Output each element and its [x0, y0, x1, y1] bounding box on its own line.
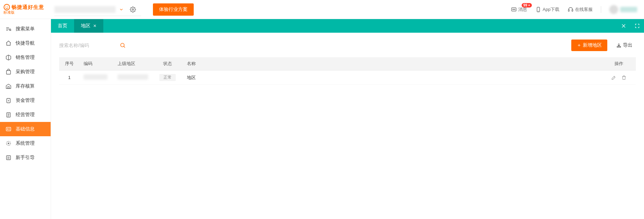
online-service-label: 在线客服	[575, 6, 593, 13]
card-icon	[5, 126, 12, 132]
headset-icon	[568, 6, 574, 13]
plus-icon: ＋	[577, 42, 581, 48]
sidebar-item-inventory[interactable]: 库存核算	[0, 79, 51, 93]
cell-seq: 1	[59, 71, 80, 85]
svg-point-2	[7, 6, 8, 6]
th-seq: 序号	[59, 57, 80, 71]
sidebar-item-label: 经营管理	[16, 112, 35, 118]
avatar	[609, 5, 618, 14]
sidebar-item-search-menu[interactable]: 搜索菜单	[0, 22, 51, 36]
svg-point-0	[4, 4, 10, 10]
cell-name: 地区	[183, 71, 602, 85]
sidebar-item-finance[interactable]: ¥ 资金管理	[0, 93, 51, 108]
sidebar-item-basic-info[interactable]: 基础信息	[0, 122, 51, 136]
svg-rect-10	[568, 10, 569, 11]
money-icon: ¥	[5, 97, 12, 104]
gear-icon[interactable]	[130, 6, 136, 13]
table-row[interactable]: 1 正常 地区	[59, 71, 636, 85]
svg-point-15	[9, 29, 11, 31]
svg-point-7	[515, 9, 515, 10]
clipboard-icon	[5, 112, 12, 118]
search-box	[59, 41, 130, 50]
svg-point-36	[121, 43, 124, 47]
sidebar-item-business[interactable]: 经营管理	[0, 108, 51, 122]
sidebar-item-guide[interactable]: 新 新手引导	[0, 151, 51, 165]
home-icon	[5, 40, 12, 46]
cell-parent	[114, 71, 152, 85]
sidebar-item-label: 资金管理	[16, 97, 35, 104]
sidebar-item-label: 系统管理	[16, 140, 35, 146]
svg-text:¥: ¥	[8, 99, 10, 102]
add-region-button[interactable]: ＋ 新增地区	[571, 40, 607, 51]
phone-icon	[535, 6, 541, 13]
svg-rect-19	[8, 87, 10, 89]
cell-status: 正常	[152, 71, 183, 85]
company-name	[54, 6, 116, 13]
search-icon[interactable]	[120, 42, 126, 48]
edit-icon[interactable]	[611, 75, 616, 80]
logo-icon	[3, 4, 10, 11]
svg-point-5	[512, 9, 513, 10]
region-table: 序号 编码 上级地区 状态 名称 操作 1 正常 地区	[59, 57, 636, 85]
sidebar-item-label: 库存核算	[16, 83, 35, 89]
messages-button[interactable]: 消息 99 +	[511, 6, 527, 13]
svg-point-31	[8, 143, 9, 144]
sidebar-item-quick-nav[interactable]: 快捷导航	[0, 36, 51, 50]
sidebar-item-purchase[interactable]: 采购管理	[0, 65, 51, 79]
close-icon[interactable]: ✕	[93, 24, 97, 28]
company-selector[interactable]	[51, 0, 139, 19]
sidebar-item-label: 搜索菜单	[16, 26, 35, 32]
chevron-down-icon	[119, 7, 124, 12]
tab-label: 首页	[58, 23, 67, 29]
user-name	[620, 7, 637, 12]
sidebar-item-label: 快捷导航	[16, 40, 35, 46]
sidebar-item-label: 销售管理	[16, 54, 35, 61]
sidebar-item-label: 基础信息	[16, 126, 35, 132]
sidebar-item-system[interactable]: 系统管理	[0, 136, 51, 151]
edition-tag: 标准版	[3, 10, 51, 15]
svg-rect-38	[617, 46, 621, 47]
sidebar-item-label: 新手引导	[16, 155, 35, 161]
svg-rect-18	[6, 71, 11, 74]
delete-icon[interactable]	[621, 75, 627, 80]
svg-line-16	[11, 30, 11, 31]
search-input[interactable]	[59, 41, 117, 50]
sidebar-item-label: 采购管理	[16, 69, 35, 75]
th-ops: 操作	[602, 57, 636, 71]
bag-icon	[5, 69, 12, 75]
messages-badge: 99 +	[522, 3, 532, 7]
export-label: 导出	[623, 42, 632, 48]
svg-point-3	[132, 9, 134, 10]
tab-close-all-button[interactable]	[617, 19, 630, 33]
th-name: 名称	[183, 57, 602, 71]
brand-name: 畅捷通好生意	[12, 4, 44, 11]
fullscreen-button[interactable]	[630, 19, 644, 33]
svg-point-30	[6, 141, 11, 145]
svg-text:新: 新	[7, 156, 10, 159]
svg-point-1	[5, 6, 6, 6]
svg-point-27	[7, 128, 8, 129]
tabbar: 首页 地区 ✕	[51, 19, 644, 33]
cell-code	[80, 71, 114, 85]
tab-region[interactable]: 地区 ✕	[74, 19, 103, 33]
app-download-label: App下载	[543, 6, 559, 13]
brand-logo: 畅捷通好生意 标准版	[0, 0, 51, 19]
add-region-label: 新增地区	[583, 42, 602, 48]
cell-ops	[602, 71, 636, 85]
svg-rect-11	[572, 10, 573, 11]
message-icon	[511, 6, 517, 13]
th-code: 编码	[80, 57, 114, 71]
svg-line-37	[124, 46, 125, 47]
tab-home[interactable]: 首页	[51, 19, 74, 33]
sidebar-item-sales[interactable]: 销售管理	[0, 50, 51, 65]
export-button[interactable]: 导出	[613, 40, 636, 51]
sidebar: 搜索菜单 快捷导航 销售管理 采购管理 库存核算 ¥ 资金管理 经营管理 基础信	[0, 19, 51, 219]
app-download-button[interactable]: App下载	[535, 6, 559, 13]
tag-icon	[5, 54, 12, 61]
user-menu[interactable]	[609, 5, 637, 14]
divider	[601, 6, 601, 13]
online-service-button[interactable]: 在线客服	[568, 6, 593, 13]
experience-plan-button[interactable]: 体验行业方案	[153, 3, 194, 16]
th-parent: 上级地区	[114, 57, 152, 71]
guide-icon: 新	[5, 155, 12, 161]
